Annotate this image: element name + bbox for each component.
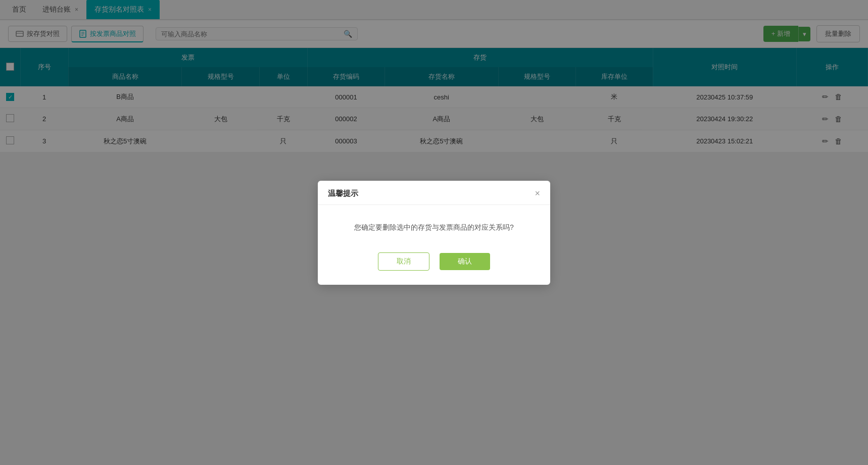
modal-overlay: 温馨提示 × 您确定要删除选中的存货与发票商品的对应关系吗? 取消 确认 xyxy=(0,0,868,152)
